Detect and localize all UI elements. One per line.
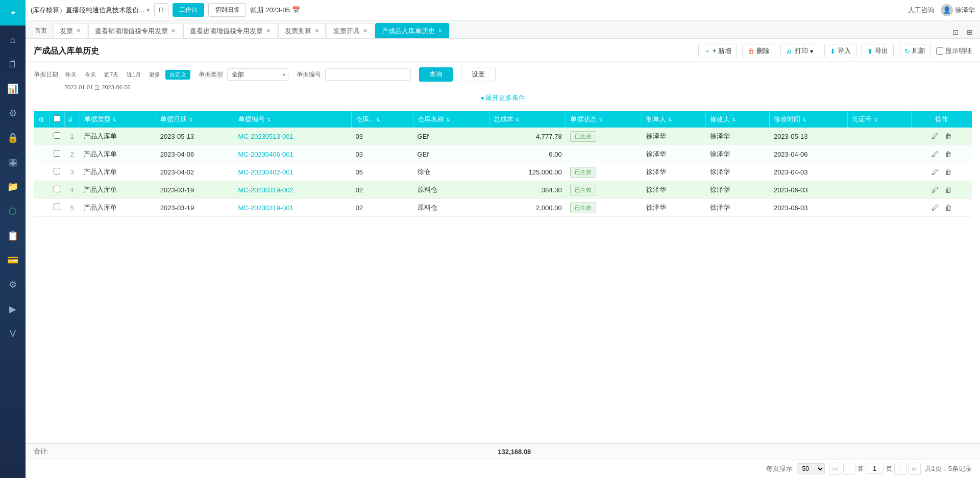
row-doc-link[interactable]: MC-20230402-001: [238, 168, 293, 176]
next-page-button[interactable]: ›: [894, 463, 906, 475]
tab-invoice-calc[interactable]: 发票测算 ✕: [278, 23, 326, 38]
export-label: 导出: [875, 46, 888, 56]
row-edit-icon[interactable]: 🖊: [929, 184, 941, 195]
sidebar-item-payment[interactable]: 💳: [2, 249, 24, 271]
workbench-button[interactable]: 工作台: [173, 3, 204, 17]
sidebar-item-lock[interactable]: 🔒: [2, 127, 24, 149]
select-all-checkbox[interactable]: [54, 115, 60, 122]
tab-invoice[interactable]: 发票 ✕: [53, 23, 87, 38]
tab-sales-vat-close[interactable]: ✕: [171, 28, 176, 34]
tab-sales-vat[interactable]: 查看销项增值税专用发票 ✕: [88, 23, 182, 38]
tab-invoice-calc-close[interactable]: ✕: [314, 28, 319, 34]
expand-conditions-button[interactable]: ▾ 展开更多条件: [481, 93, 525, 103]
column-gear[interactable]: ⚙: [34, 111, 49, 128]
company-dropdown-icon[interactable]: ▾: [146, 6, 150, 14]
sidebar-item-home[interactable]: ⌂: [2, 29, 24, 51]
row-type: 产品入库单: [80, 163, 156, 181]
row-edit-icon[interactable]: 🖊: [929, 131, 941, 142]
print-button[interactable]: 🖨 打印 ▾: [780, 44, 819, 58]
row-doc-link[interactable]: MC-20230319-002: [238, 186, 293, 194]
export-button[interactable]: ⬆ 导出: [862, 44, 894, 58]
column-warehouse-name[interactable]: 仓库名称 ⇅: [413, 111, 489, 128]
row-checkbox[interactable]: [54, 150, 60, 157]
switch-old-button[interactable]: 切到旧版: [208, 3, 246, 17]
row-delete-icon[interactable]: 🗑: [943, 184, 954, 195]
row-edit-icon[interactable]: 🖊: [929, 148, 941, 160]
prev-page-button[interactable]: ‹: [843, 463, 855, 475]
refresh-button[interactable]: ↻ 刷新: [899, 44, 931, 58]
new-label: + 新增: [713, 46, 731, 56]
date-field: 单据日期 昨天 今天 近7天 近1月 更多 自定义: [34, 70, 190, 80]
tab-home[interactable]: 首页: [30, 23, 52, 38]
sidebar-item-folder[interactable]: 📁: [2, 175, 24, 198]
row-delete-icon[interactable]: 🗑: [943, 166, 954, 178]
row-edit-icon[interactable]: 🖊: [929, 202, 941, 213]
row-checkbox[interactable]: [54, 204, 60, 210]
row-doc-link[interactable]: MC-20230513-001: [238, 133, 293, 140]
expand-row: ▾ 展开更多条件: [34, 91, 972, 106]
column-number[interactable]: 单据编号 ⇅: [234, 111, 351, 128]
tab-invoice-close[interactable]: ✕: [76, 28, 81, 34]
row-number: 1: [64, 128, 80, 145]
column-total-cost[interactable]: 总成本 ⇅: [489, 111, 566, 128]
column-date[interactable]: 单据日期 ⇅: [156, 111, 234, 128]
tab-purchase-vat-close[interactable]: ✕: [266, 28, 271, 34]
column-warehouse-code[interactable]: 仓库... ⇅: [351, 111, 413, 128]
sidebar-item-report[interactable]: 📋: [2, 224, 24, 247]
sidebar-item-stamp[interactable]: ⬡: [2, 200, 24, 222]
shortcut-1month[interactable]: 近1月: [124, 70, 144, 80]
first-page-button[interactable]: ⏮: [829, 463, 841, 475]
page-size-select[interactable]: 20 50 100: [797, 463, 825, 474]
new-button[interactable]: ＋ + 新增: [698, 44, 737, 58]
shortcut-yesterday[interactable]: 昨天: [62, 70, 80, 80]
column-modify-time[interactable]: 修改时间 ⇅: [770, 111, 848, 128]
settings-button[interactable]: 设置: [461, 67, 496, 82]
tab-minimize-button[interactable]: ⊡: [949, 26, 962, 38]
tab-product-history[interactable]: 产成品入库单历史 ✕: [375, 23, 449, 38]
row-checkbox[interactable]: [54, 132, 60, 139]
shortcut-custom[interactable]: 自定义: [165, 70, 190, 80]
row-doc-link[interactable]: MC-20230319-001: [238, 204, 293, 212]
support-link[interactable]: 人工咨询: [908, 6, 935, 15]
number-input[interactable]: [325, 68, 411, 81]
sidebar-item-play[interactable]: ▶: [2, 298, 24, 320]
column-modifier[interactable]: 修改人 ⇅: [706, 111, 770, 128]
main-content: (库存核算）直播轻纯通信息技术股份... ▾ 🗋 工作台 切到旧版 账期 202…: [26, 0, 980, 478]
shortcut-today[interactable]: 今天: [82, 70, 99, 80]
last-page-button[interactable]: ⏭: [909, 463, 921, 475]
tab-maximize-button[interactable]: ⊞: [964, 26, 976, 38]
column-status[interactable]: 单据状态 ⇅: [566, 111, 642, 128]
sidebar-item-settings2[interactable]: ⚙: [2, 273, 24, 296]
column-type[interactable]: 单据类型 ⇅: [80, 111, 156, 128]
column-creator[interactable]: 制单人 ⇅: [642, 111, 706, 128]
app-logo[interactable]: ✦: [0, 0, 26, 26]
page-number-input[interactable]: [866, 464, 884, 474]
tab-product-history-close[interactable]: ✕: [438, 28, 443, 34]
tab-invoice-open-close[interactable]: ✕: [363, 28, 368, 34]
tab-invoice-open[interactable]: 发票开具 ✕: [327, 23, 374, 38]
type-select[interactable]: 全部 产品入库单: [227, 68, 288, 81]
shortcut-7days[interactable]: 近7天: [101, 70, 121, 80]
user-area[interactable]: 👤 徐泽华: [941, 4, 975, 16]
row-checkbox[interactable]: [54, 168, 60, 174]
sidebar-item-grid[interactable]: ▦: [2, 151, 24, 173]
row-checkbox[interactable]: [54, 186, 60, 192]
row-doc-link[interactable]: MC-20230406-001: [238, 150, 293, 158]
period-calendar-icon[interactable]: 📅: [292, 6, 300, 14]
row-delete-icon[interactable]: 🗑: [943, 148, 954, 160]
delete-button[interactable]: 🗑 删除: [742, 44, 775, 58]
sidebar-item-v[interactable]: V: [2, 322, 24, 345]
document-icon[interactable]: 🗋: [154, 3, 168, 17]
row-delete-icon[interactable]: 🗑: [943, 202, 954, 213]
sidebar-item-settings[interactable]: ⚙: [2, 102, 24, 124]
tab-purchase-vat[interactable]: 查看进项增值税专用发票 ✕: [183, 23, 277, 38]
query-button[interactable]: 查询: [419, 67, 453, 82]
display-detail-checkbox[interactable]: [936, 47, 943, 55]
row-edit-icon[interactable]: 🖊: [929, 166, 941, 178]
sidebar-item-chart[interactable]: 📊: [2, 78, 24, 100]
sidebar-item-invoice[interactable]: 🗒: [2, 53, 24, 76]
shortcut-more[interactable]: 更多: [146, 70, 163, 80]
column-voucher[interactable]: 凭证号 ⇅: [847, 111, 911, 128]
row-delete-icon[interactable]: 🗑: [943, 131, 954, 142]
import-button[interactable]: ⬇ 导入: [824, 44, 856, 58]
